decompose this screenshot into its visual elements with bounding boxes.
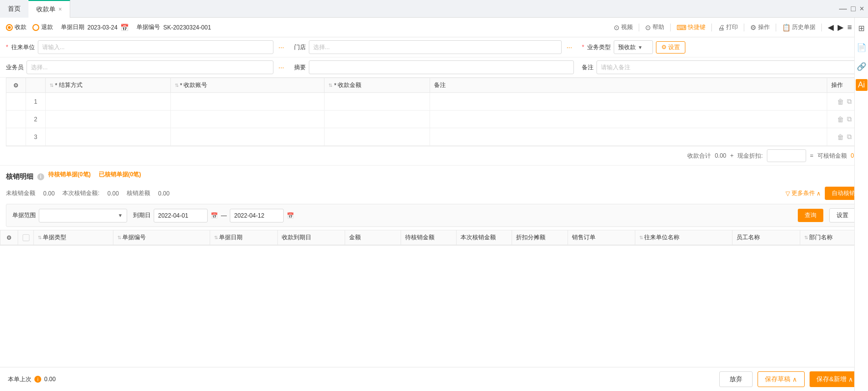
query-btn[interactable]: 查询 [798,209,823,222]
abandon-btn[interactable]: 放弃 [719,371,753,387]
completed-tab[interactable]: 已核销单据(0笔) [99,170,141,179]
list-view-icon[interactable]: ≡ [847,23,852,32]
calendar-start-icon[interactable]: 📅 [211,212,218,219]
sidebar-table-icon[interactable]: ⊞ [856,22,867,35]
range-field: 单据范围 ▼ [12,209,127,223]
footer: 本单上次 i 0.00 放弃 保存草稿 ∧ 保存&新增 ∧ [0,367,868,391]
calendar-end-icon[interactable]: 📅 [287,212,294,219]
sort-num-icon[interactable]: ⇅ [117,235,121,240]
bth-this-label: 本次核销金额 [461,233,496,242]
copy-row-2-icon[interactable]: ⧉ [847,115,852,123]
pending-tab[interactable]: 待核销单据(0笔) [48,170,91,179]
td-settle-1[interactable] [46,93,171,110]
sort-type-icon[interactable]: ⇅ [38,235,42,240]
discount-input[interactable] [767,149,806,162]
minimize-icon[interactable]: — [839,4,847,13]
more-conditions-btn[interactable]: ▽ 更多条件 ∧ [786,189,821,197]
delete-row-1-icon[interactable]: 🗑 [837,98,844,106]
td-settle-2[interactable] [46,111,171,128]
td-amount-3[interactable] [325,128,430,145]
bth-discount-label: 折扣分摊额 [516,233,545,242]
partner-more-btn[interactable]: ··· [276,43,286,51]
calendar-icon[interactable]: 📅 [120,24,129,31]
td-remark-2[interactable] [430,111,827,128]
bth-sale: 销售订单 [568,230,635,245]
th-settings[interactable]: ⚙ [6,78,26,92]
store-label: 门店 [294,43,306,52]
bth-dept-label: 部门名称 [809,233,833,242]
number-field: 单据编号 SK-20230324-001 [136,23,211,31]
delete-row-3-icon[interactable]: 🗑 [837,133,844,141]
summary-input[interactable] [309,60,574,74]
tab-receipt[interactable]: 收款单 × [28,0,70,18]
save-new-btn[interactable]: 保存&新增 ∧ [810,371,860,387]
bth-settings[interactable]: ⚙ [0,230,18,245]
range-select[interactable]: ▼ [39,209,127,223]
radio-refund[interactable]: 退款 [32,23,53,31]
delete-row-2-icon[interactable]: 🗑 [837,115,844,123]
divider2 [670,24,671,31]
select-all-checkbox[interactable] [23,234,29,241]
store-input[interactable] [309,40,562,54]
video-action[interactable]: ⊙ 视频 [614,23,633,31]
notes-input[interactable] [597,60,862,74]
sidebar-ai-icon[interactable]: Ai [856,79,868,91]
sort-partner-icon[interactable]: ⇅ [639,235,643,240]
sidebar-doc-icon[interactable]: 📄 [855,41,868,54]
td-amount-2[interactable] [325,111,430,128]
td-account-1[interactable] [171,93,325,110]
print-action[interactable]: 🖨 打印 [718,23,738,31]
bth-amount: 金额 [345,230,401,245]
tab-close-icon[interactable]: × [58,6,62,13]
maximize-icon[interactable]: □ [851,4,856,13]
close-window-icon[interactable]: × [860,4,864,13]
sort-dept-icon[interactable]: ⇅ [804,235,808,240]
table-row: 2 🗑 ⧉ [6,111,862,128]
date-start-input[interactable] [154,209,208,223]
due-date-field: 到期日 📅 — 📅 [133,209,294,223]
sort-icon-settle[interactable]: ⇅ [50,83,54,88]
chevron-up-icon: ∧ [816,190,821,197]
td-account-2[interactable] [171,111,325,128]
business-type-field: * 业务类型 预收款 ▼ ⚙ 设置 [582,40,862,54]
store-more-btn[interactable]: ··· [565,43,574,51]
verify-info-icon[interactable]: i [37,173,44,180]
bth-staff: 员工名称 [732,230,800,245]
copy-row-1-icon[interactable]: ⧉ [847,97,852,106]
nav-left-icon[interactable]: ◀ [828,23,834,32]
td-remark-1[interactable] [430,93,827,110]
history-action[interactable]: 📋 历史单据 [782,23,815,31]
sort-date-icon[interactable]: ⇅ [214,235,218,240]
partner-input[interactable] [38,40,273,54]
td-account-3[interactable] [171,128,325,145]
radio-receive[interactable]: 收款 [6,23,27,31]
business-type-select[interactable]: 预收款 ▼ [614,40,653,54]
search-settings-btn[interactable]: 设置 [829,208,856,223]
history-icon: 📋 [782,24,790,31]
th-op-label: 操作 [831,81,843,89]
footer-info-icon[interactable]: i [34,376,41,383]
sort-icon-amount[interactable]: ⇅ [328,83,332,88]
td-settle-3[interactable] [46,128,171,145]
tab-home[interactable]: 首页 [0,0,28,18]
business-settings-btn[interactable]: ⚙ 设置 [656,41,685,54]
date-end-input[interactable] [230,209,284,223]
staff-input[interactable] [27,60,273,74]
verify-tabs: 待核销单据(0笔) 已核销单据(0笔) [48,170,141,179]
operations-action[interactable]: ⚙ 操作 [750,23,770,31]
save-chevron-icon: ∧ [848,376,853,383]
staff-more-btn[interactable]: ··· [276,63,286,71]
sidebar-link-icon[interactable]: 🔗 [855,60,868,73]
copy-row-3-icon[interactable]: ⧉ [847,133,852,141]
help-action[interactable]: ⊙ 帮助 [645,23,664,31]
td-remark-3[interactable] [430,128,827,145]
window-controls: — □ × [839,4,868,13]
nav-right-icon[interactable]: ▶ [838,23,843,32]
td-amount-1[interactable] [325,93,430,110]
verify-section: 核销明细 i 待核销单据(0笔) 已核销单据(0笔) 未核销金额 0.00 本次… [0,166,868,230]
notes-field: 备注 [582,60,862,74]
draft-btn[interactable]: 保存草稿 ∧ [758,371,805,387]
shortcut-action[interactable]: ⌨ 快捷键 [677,23,705,31]
sort-icon-account[interactable]: ⇅ [175,83,179,88]
bth-num: ⇅ 单据编号 [113,230,211,245]
